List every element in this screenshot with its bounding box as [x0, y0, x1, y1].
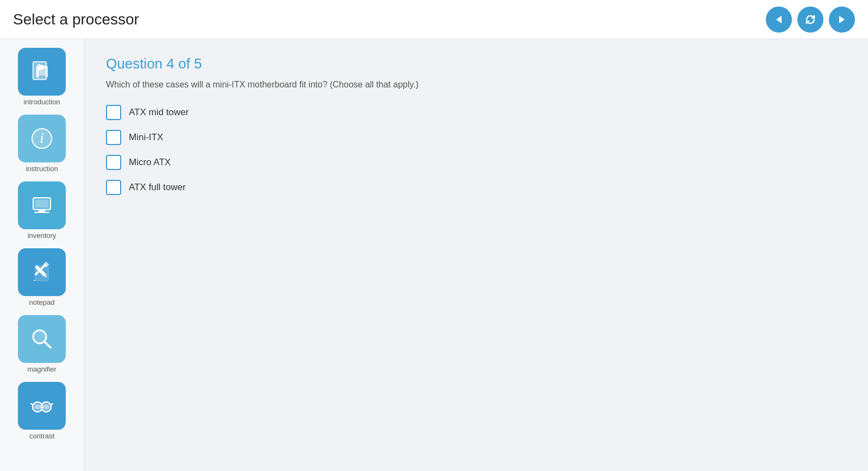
svg-line-25 — [51, 404, 53, 405]
svg-rect-11 — [39, 210, 45, 212]
header: Select a processor — [0, 0, 868, 39]
options-list: ATX mid tower Mini-ITX Micro ATX ATX ful… — [106, 105, 846, 195]
svg-marker-1 — [839, 16, 845, 23]
option-3-label: Micro ATX — [129, 157, 171, 168]
svg-marker-0 — [776, 16, 782, 23]
option-3[interactable]: Micro ATX — [106, 155, 846, 170]
header-controls — [766, 7, 855, 33]
checkbox-3[interactable] — [106, 155, 121, 170]
back-button[interactable] — [766, 7, 792, 33]
forward-button[interactable] — [829, 7, 855, 33]
notepad-label: notepad — [29, 298, 55, 306]
option-1-label: ATX mid tower — [129, 107, 189, 118]
svg-rect-10 — [35, 200, 48, 208]
svg-text:i: i — [40, 129, 44, 146]
contrast-label: contrast — [29, 432, 54, 440]
option-2-label: Mini-ITX — [129, 132, 163, 143]
instruction-icon: i — [18, 115, 66, 162]
option-4-label: ATX full tower — [129, 182, 186, 193]
introduction-label: introduction — [23, 98, 60, 106]
sidebar-item-inventory[interactable]: inventory — [9, 178, 74, 243]
svg-line-24 — [31, 404, 33, 405]
question-text: Which of these cases will a mini-ITX mot… — [106, 80, 846, 90]
refresh-button[interactable] — [797, 7, 823, 33]
svg-line-20 — [45, 342, 51, 348]
notepad-icon — [18, 248, 66, 296]
contrast-icon — [18, 382, 66, 430]
magnifier-icon — [18, 315, 66, 363]
svg-point-26 — [34, 404, 41, 410]
sidebar-item-contrast[interactable]: contrast — [9, 379, 74, 443]
option-4[interactable]: ATX full tower — [106, 180, 846, 195]
svg-point-27 — [43, 404, 49, 410]
main-layout: introduction i instruction — [0, 39, 868, 471]
checkbox-2[interactable] — [106, 130, 121, 145]
sidebar: introduction i instruction — [0, 39, 84, 471]
svg-rect-12 — [34, 212, 49, 213]
sidebar-item-notepad[interactable]: notepad — [9, 245, 74, 310]
question-title: Question 4 of 5 — [106, 55, 846, 72]
sidebar-item-introduction[interactable]: introduction — [9, 45, 74, 109]
checkbox-4[interactable] — [106, 180, 121, 195]
inventory-icon — [18, 181, 66, 229]
content-area: Question 4 of 5 Which of these cases wil… — [84, 39, 868, 471]
option-1[interactable]: ATX mid tower — [106, 105, 846, 120]
inventory-label: inventory — [28, 231, 57, 240]
sidebar-item-magnifier[interactable]: magnifier — [9, 312, 74, 376]
magnifier-label: magnifier — [27, 365, 56, 373]
option-2[interactable]: Mini-ITX — [106, 130, 846, 145]
checkbox-1[interactable] — [106, 105, 121, 120]
sidebar-item-instruction[interactable]: i instruction — [9, 111, 74, 176]
page-title: Select a processor — [13, 11, 139, 28]
svg-rect-6 — [38, 64, 39, 78]
introduction-icon — [18, 48, 66, 96]
instruction-label: instruction — [26, 165, 58, 173]
